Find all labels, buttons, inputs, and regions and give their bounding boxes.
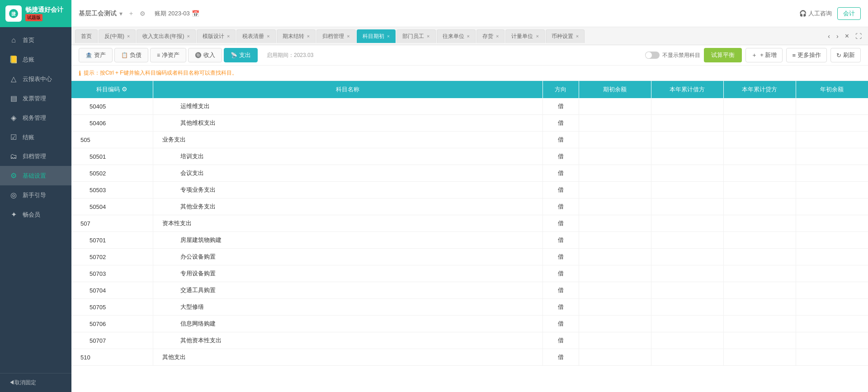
table-row[interactable]: 50406 其他维权支出 借: [71, 115, 868, 132]
tab-next-icon[interactable]: ›: [834, 31, 841, 42]
tab-close-subject-init[interactable]: ×: [387, 33, 390, 39]
cell-ytd-debit: [651, 265, 723, 282]
sidebar-pin-toggle[interactable]: ◀︎取消固定: [0, 373, 71, 392]
subtab-net-asset[interactable]: ≡ 净资产: [150, 48, 186, 62]
sidebar-item-guide[interactable]: ◎ 新手引导: [0, 185, 71, 205]
tab-close-currency[interactable]: ×: [576, 33, 579, 39]
tab-template[interactable]: 模版设计 ×: [197, 29, 236, 43]
service-button[interactable]: 🎧 人工咨询: [799, 9, 832, 18]
cell-code: 50501: [71, 148, 153, 165]
more-button[interactable]: ≡ 更多操作: [786, 48, 827, 62]
tab-label-transfer: 期末结转: [283, 33, 304, 40]
tab-close-income-report[interactable]: ×: [187, 33, 189, 39]
subtab-asset[interactable]: 🏦 资产: [79, 48, 113, 62]
sidebar-item-ledger[interactable]: 📒 总账: [0, 50, 71, 69]
tab-close-template[interactable]: ×: [227, 33, 230, 39]
tab-income-report[interactable]: 收入支出表(年报) ×: [137, 29, 195, 43]
col-header-ytd-credit: 本年累计贷方: [723, 81, 796, 98]
logo-icon: 捷: [5, 5, 22, 22]
balance-button[interactable]: 试算平衡: [704, 48, 742, 62]
table-row[interactable]: 50706 信息网络购建 借: [71, 316, 868, 332]
cell-dir: 借: [542, 332, 579, 349]
table-row[interactable]: 50701 房屋建筑物购建 借: [71, 232, 868, 249]
subtab-label-income: 收入: [203, 51, 215, 59]
tab-close-tax[interactable]: ×: [267, 33, 269, 39]
cell-code: 50702: [71, 249, 153, 265]
cell-ytd-credit: [723, 182, 796, 198]
company-selector[interactable]: 基层工会测试 ▾: [79, 9, 123, 18]
table-row[interactable]: 510 其他支出 借: [71, 349, 868, 366]
table-row[interactable]: 50704 交通工具购置 借: [71, 282, 868, 299]
sidebar-item-archive[interactable]: 🗂 归档管理: [0, 147, 71, 166]
table-row[interactable]: 50502 会议支出 借: [71, 165, 868, 182]
tab-close-period[interactable]: ×: [127, 33, 130, 39]
tab-close-archive[interactable]: ×: [347, 33, 349, 39]
tab-clients[interactable]: 往来单位 ×: [437, 29, 476, 43]
cell-init-balance: [579, 198, 651, 215]
cell-init-balance: [579, 299, 651, 316]
tab-close-unit[interactable]: ×: [536, 33, 538, 39]
cell-name: 信息网络购建: [153, 316, 542, 332]
tab-home[interactable]: 首页: [75, 29, 98, 43]
tab-unit[interactable]: 计量单位 ×: [505, 29, 544, 43]
tab-transfer[interactable]: 期末结转 ×: [277, 29, 316, 43]
table-row[interactable]: 50707 其他资本性支出 借: [71, 332, 868, 349]
sidebar-item-basic[interactable]: ⚙ 基础设置: [0, 166, 71, 185]
tab-close-all-icon[interactable]: ×: [842, 30, 852, 42]
sidebar-item-invoice[interactable]: ▤ 发票管理: [0, 89, 71, 108]
tab-close-transfer[interactable]: ×: [307, 33, 310, 39]
add-button[interactable]: ＋ + 新增: [745, 48, 783, 62]
tab-dept[interactable]: 部门员工 ×: [396, 29, 435, 43]
tab-subject-init[interactable]: 科目期初 ×: [357, 29, 396, 43]
subtab-liability[interactable]: 📋 负债: [114, 48, 148, 62]
tab-period[interactable]: 反(中期) ×: [99, 29, 136, 43]
cell-code: 50406: [71, 115, 153, 132]
refresh-button[interactable]: ↻ 刷新: [830, 48, 861, 62]
table-row[interactable]: 507 资本性支出 借: [71, 215, 868, 232]
tab-label-home: 首页: [81, 33, 92, 40]
sidebar-label-settle: 结账: [23, 133, 34, 142]
table-row[interactable]: 50503 专项业务支出 借: [71, 182, 868, 198]
cell-code: 507: [71, 215, 153, 232]
sidebar-item-settle[interactable]: ☑ 结账: [0, 128, 71, 147]
tab-label-income-report: 收入支出表(年报): [142, 33, 184, 40]
table-row[interactable]: 50504 其他业务支出 借: [71, 198, 868, 215]
tab-inventory[interactable]: 存货 ×: [476, 29, 505, 43]
tab-close-dept[interactable]: ×: [427, 33, 429, 39]
company-name: 基层工会测试: [79, 9, 117, 18]
col-settings-icon[interactable]: ⚙: [122, 85, 127, 93]
settings-icon[interactable]: ⚙: [140, 10, 146, 17]
sidebar-item-member[interactable]: ✦ 畅会员: [0, 205, 71, 224]
tab-expand-icon[interactable]: ⛶: [853, 31, 864, 42]
table-row[interactable]: 50705 大型修缮 借: [71, 299, 868, 316]
tab-tax[interactable]: 税表清册 ×: [236, 29, 275, 43]
tab-archive[interactable]: 归档管理 ×: [316, 29, 355, 43]
tab-currency[interactable]: 币种设置 ×: [546, 29, 585, 43]
sidebar-label-basic: 基础设置: [23, 172, 46, 180]
cell-name: 办公设备购置: [153, 249, 542, 265]
table-row[interactable]: 50501 培训支出 借: [71, 148, 868, 165]
disable-toggle[interactable]: [645, 52, 660, 59]
tab-label-inventory: 存货: [482, 33, 493, 40]
tab-close-clients[interactable]: ×: [467, 33, 470, 39]
cell-ytd-credit: [723, 282, 796, 299]
calendar-icon[interactable]: 📅: [192, 10, 199, 17]
sidebar-item-tax[interactable]: ◈ 税务管理: [0, 108, 71, 128]
tab-prev-icon[interactable]: ‹: [825, 31, 833, 42]
table-row[interactable]: 505 业务支出 借: [71, 132, 868, 148]
cell-year-init: [796, 316, 868, 332]
table-row[interactable]: 50702 办公设备购置 借: [71, 249, 868, 265]
data-table: 科目编码 ⚙ 科目名称 方向 期初余额 本年累计借方 本年累计贷方 年初余额 5…: [71, 81, 868, 366]
cell-init-balance: [579, 132, 651, 148]
table-row[interactable]: 50405 运维维支出 借: [71, 98, 868, 115]
sidebar-item-reports[interactable]: △ 云报表中心: [0, 69, 71, 89]
chevron-down-icon[interactable]: ▾: [119, 10, 123, 17]
sidebar-item-home[interactable]: ⌂ 首页: [0, 31, 71, 50]
add-tab-icon[interactable]: ＋: [128, 9, 134, 18]
subtab-expense[interactable]: 📡 支出: [224, 48, 258, 62]
subtab-income[interactable]: 🔘 收入: [188, 48, 222, 62]
kuaiji-button[interactable]: 会计: [837, 7, 861, 20]
cell-code: 50703: [71, 265, 153, 282]
table-row[interactable]: 50703 专用设备购置 借: [71, 265, 868, 282]
tab-close-inventory[interactable]: ×: [496, 33, 499, 39]
